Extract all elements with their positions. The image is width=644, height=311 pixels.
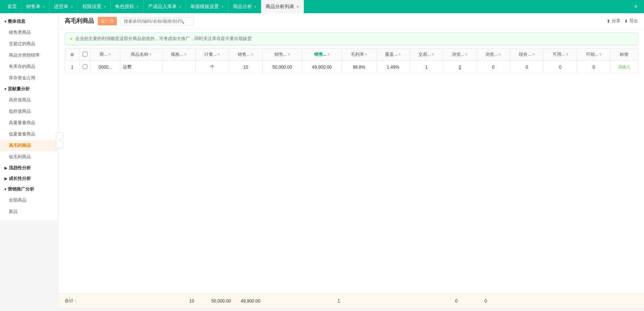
content-area: 高毛利商品 近一月 🔍 ⬆ 分享 ⬇ 导出 ✦ 企业的主要的利润都是这部分商品创… [59,13,644,311]
cell-code: 0000... [91,61,120,73]
search-input[interactable] [124,19,179,24]
select-all-checkbox[interactable] [83,52,87,57]
nav-tab-home[interactable]: 首页 [3,0,22,13]
nav-tab-sales[interactable]: 销售单 × [22,0,50,13]
sidebar-item-all-goods[interactable]: 全部商品 [0,195,58,206]
cell-sales-amount: 50,000.00 [262,61,302,73]
th-code: 商...⇅ [91,48,120,61]
cell-stock-avail: 0 [510,61,543,73]
sidebar-item-stock-capital[interactable]: 库存资金占用 [0,72,58,84]
close-permissions-tab[interactable]: × [104,4,106,9]
cell-saleable: 0 [577,61,611,73]
total-browse1 [353,299,383,304]
sidebar-item-category-rate[interactable]: 商品分类助销率 [0,50,58,61]
sidebar-group-overall[interactable]: ▾ 整体信息 [0,16,58,27]
sidebar-item-low-freq[interactable]: 低夏量量商品 [0,129,58,140]
tag-label: 高收入 [618,65,630,69]
sort-icon-cover-rate: ⇅ [398,53,401,56]
horizontal-scrollbar[interactable] [59,308,644,311]
close-all-tabs[interactable]: × [630,3,641,10]
row-checkbox[interactable] [83,64,87,69]
th-settings[interactable]: ⚙ [65,48,80,61]
close-template-settings-tab[interactable]: × [221,4,223,9]
th-spec: 规格...⇅ [162,48,195,61]
search-icon[interactable]: 🔍 [179,19,184,24]
cell-browse1[interactable]: 0 [443,61,476,73]
close-product-inbound-tab[interactable]: × [179,4,181,9]
total-usable: 0 [442,299,471,304]
browse1-link[interactable]: 0 [459,65,461,70]
nav-tab-roles[interactable]: 角色授权 × [111,0,143,13]
group-arrow-overall: ▾ [4,19,6,23]
cell-check[interactable] [80,61,91,73]
info-banner: ✦ 企业的主要的利润都是这部分商品创造的，可考虑加大推广，同时关注库存是不要出现… [65,32,638,45]
sidebar-item-traded-goods[interactable]: 交易过的商品 [0,38,58,50]
th-cover-rate: 覆盖...⇅ [376,48,410,61]
nav-tab-product-inbound[interactable]: 产成品入库单 × [144,0,186,13]
page-title: 高毛利商品 [65,17,94,25]
group-arrow-trend: ▶ [4,166,7,170]
cell-index: 1 [65,61,80,73]
th-usable: 可用...⇅ [544,48,577,61]
nav-tab-product-analysis-list[interactable]: 商品分析列表 × [261,0,303,13]
cell-browse2: 0 [476,61,510,73]
date-filter-button[interactable]: 近一月 [98,17,117,25]
sidebar-group-marketing[interactable]: ▾ 营销推广分析 [0,184,58,195]
close-sales-tab[interactable]: × [43,4,45,9]
sort-icon-sales-profit: ⇅ [327,53,330,56]
nav-tab-purchase[interactable]: 进货单 × [50,0,78,13]
header-actions: ⬆ 分享 ⬇ 导出 [607,18,638,24]
sort-icon-name: ⇅ [149,53,152,56]
total-label: 合计： [65,298,78,304]
sort-icon-spec: ⇅ [184,53,187,56]
sort-icon-unit: ⇅ [217,53,220,56]
th-browse1: 浏览...⇅ [443,48,476,61]
sidebar-group-growth[interactable]: ▶ 成长性分析 [0,173,58,184]
total-cells: 10 50,000.00 49,900.00 1 0 0 [85,299,638,304]
sidebar-item-high-freq[interactable]: 高夏量量商品 [0,117,58,129]
export-button[interactable]: ⬇ 导出 [624,18,638,24]
share-button[interactable]: ⬆ 分享 [607,18,620,24]
footer-total: 合计： 10 50,000.00 49,900.00 1 0 0 [59,293,644,308]
sort-icon-sales-qty: ⇅ [251,53,253,56]
share-icon: ⬆ [607,19,610,24]
sidebar-item-sales-goods[interactable]: 销售类商品 [0,27,58,38]
close-product-analysis-list-tab[interactable]: × [296,4,299,9]
close-purchase-tab[interactable]: × [71,4,73,9]
cell-spec [162,61,195,73]
close-product-analysis-tab[interactable]: × [254,4,256,9]
cell-sales-profit: 49,900.00 [302,61,342,73]
cell-unit: 个 [195,61,229,73]
th-unit: 计量...⇅ [195,48,229,61]
sidebar-item-stock-goods[interactable]: 有库存的商品 [0,61,58,72]
cell-cover-rate: 1.49% [376,61,410,73]
sidebar-item-high-value[interactable]: 高价值商品 [0,94,58,106]
close-roles-tab[interactable]: × [136,4,138,9]
cell-sales-qty: 10 [229,61,262,73]
table-row: 1 0000... 运费 个 10 50,000.00 49,900.00 99… [65,61,638,73]
sidebar-item-high-margin[interactable]: 高毛利商品 [0,140,58,151]
cell-usable: 0 [544,61,577,73]
total-trans-count: 1 [324,299,353,304]
th-stock-avail: 现有...⇅ [510,48,543,61]
table-wrapper: ⚙ 商...⇅ 商品名称⇅ 规格...⇅ [59,48,644,293]
total-sales-qty: 10 [177,299,206,304]
nav-tab-permissions[interactable]: 权限设置 × [78,0,111,13]
sort-icon-gross-rate: ⇅ [365,53,367,56]
sidebar-item-low-margin[interactable]: 低毛利商品 [0,151,58,163]
nav-tab-product-analysis[interactable]: 商品分析 × [229,0,261,13]
th-check[interactable] [80,48,91,61]
data-table: ⚙ 商...⇅ 商品名称⇅ 规格...⇅ [65,48,638,73]
sidebar-item-new-goods[interactable]: 新品 [0,206,58,217]
sort-icon-stock-avail: ⇅ [532,53,535,56]
settings-icon[interactable]: ⚙ [70,52,74,57]
sidebar-collapse-btn[interactable]: 《 [56,132,59,148]
top-navigation: 首页 销售单 × 进货单 × 权限设置 × 角色授权 × 产成品入库单 × 单据… [0,0,644,13]
group-arrow-growth: ▶ [4,177,7,181]
sidebar-item-low-value[interactable]: 低价值商品 [0,106,58,117]
sidebar: 《 ▾ 整体信息 销售类商品 交易过的商品 商品分类助销率 有库存的商品 库存资… [0,13,59,220]
sidebar-group-trend[interactable]: ▶ 流趋性分析 [0,163,58,173]
th-gross-rate: 毛利率⇅ [342,48,376,61]
nav-tab-template-settings[interactable]: 单据模板设置 × [186,0,228,13]
sidebar-group-contribution[interactable]: ▾ 贡献量分析 [0,84,58,94]
